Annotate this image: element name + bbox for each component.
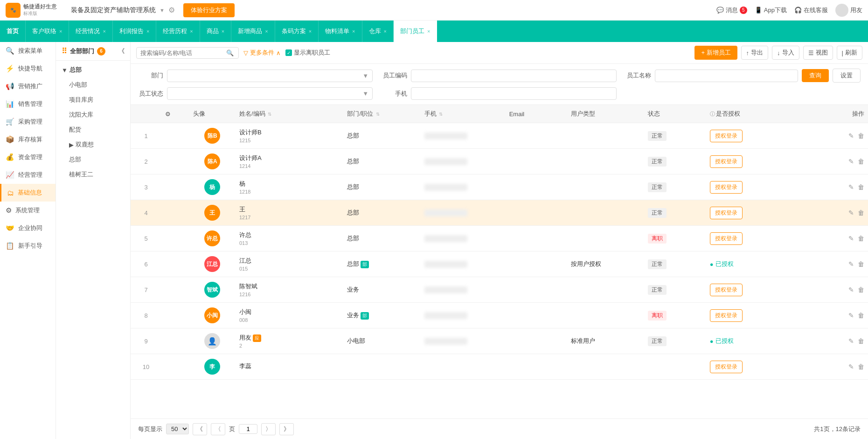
empcode-filter-input[interactable]: [411, 70, 617, 82]
edit-icon[interactable]: ✎: [848, 363, 854, 370]
gear-icon[interactable]: ⚙: [168, 6, 175, 14]
sidebar-item-inventory[interactable]: 📦 库存核算: [0, 131, 56, 148]
delete-icon[interactable]: 🗑: [858, 337, 864, 345]
auth-login-button[interactable]: 授权登录: [710, 309, 743, 322]
delete-icon[interactable]: 🗑: [858, 363, 864, 370]
nav-tab-home[interactable]: 首页: [0, 21, 26, 42]
edit-icon[interactable]: ✎: [848, 312, 854, 319]
edit-icon[interactable]: ✎: [848, 286, 854, 293]
edit-icon[interactable]: ✎: [848, 132, 854, 139]
import-button[interactable]: ↓ 导入: [772, 46, 799, 60]
query-button[interactable]: 查询: [802, 69, 829, 82]
delete-icon[interactable]: 🗑: [858, 286, 864, 293]
last-page-button[interactable]: 》: [279, 423, 294, 435]
print-button[interactable]: | 刷新: [837, 46, 862, 60]
nav-tab-add-goods[interactable]: 新增商品 ×: [231, 21, 275, 42]
nav-tab-operations[interactable]: 经营情况 ×: [69, 21, 112, 42]
delete-icon[interactable]: 🗑: [858, 235, 864, 242]
nav-tab-journey[interactable]: 经营历程 ×: [156, 21, 200, 42]
delete-icon[interactable]: 🗑: [858, 183, 864, 191]
dept-item-zhishu[interactable]: 植树王二: [56, 167, 130, 182]
collapse-icon[interactable]: 《: [118, 47, 125, 56]
edit-icon[interactable]: ✎: [848, 209, 854, 216]
edit-icon[interactable]: ✎: [848, 260, 854, 268]
delete-icon[interactable]: 🗑: [858, 260, 864, 268]
delete-icon[interactable]: 🗑: [858, 132, 864, 139]
edit-icon[interactable]: ✎: [848, 158, 854, 165]
col-name-header[interactable]: 姓名/编码 ⇅: [236, 105, 344, 123]
set-button[interactable]: 设置: [833, 69, 861, 83]
prev-page-button[interactable]: 〈: [211, 423, 225, 435]
first-page-button[interactable]: 《: [193, 423, 207, 435]
col-dept-header[interactable]: 部门/职位 ⇅: [343, 105, 420, 123]
sidebar-item-marketing[interactable]: 📢 营销推广: [0, 77, 56, 95]
search-input-wrap[interactable]: 🔍: [136, 47, 239, 59]
dept-item-shenyang[interactable]: 沈阳大库: [56, 107, 130, 122]
edit-icon[interactable]: ✎: [848, 183, 854, 191]
sidebar-item-search[interactable]: 🔍 搜索菜单: [0, 42, 56, 60]
app-download-item[interactable]: 📱 App下载: [755, 6, 787, 14]
dept-item-zongbu[interactable]: 总部: [56, 152, 130, 167]
message-item[interactable]: 💬 消息 5: [716, 6, 747, 14]
search-input[interactable]: [140, 49, 224, 56]
close-icon[interactable]: ×: [309, 28, 312, 34]
per-page-select[interactable]: 50: [166, 424, 189, 434]
empname-filter-input[interactable]: [655, 70, 798, 82]
sidebar-item-collab[interactable]: 🤝 企业协同: [0, 219, 56, 237]
sidebar-item-nav[interactable]: ⚡ 快捷导航: [0, 60, 56, 77]
auth-login-button[interactable]: 授权登录: [710, 155, 743, 168]
sidebar-item-system[interactable]: ⚙ 系统管理: [0, 202, 56, 219]
edit-icon[interactable]: ✎: [848, 235, 854, 242]
sidebar-item-purchase[interactable]: 🛒 采购管理: [0, 113, 56, 131]
sidebar-item-basic[interactable]: 🗂 基础信息: [0, 184, 56, 202]
dept-item-root[interactable]: ▼ 总部: [56, 63, 130, 77]
sidebar-item-finance[interactable]: 💰 资金管理: [0, 148, 56, 166]
close-icon[interactable]: ×: [384, 28, 387, 34]
auth-login-button[interactable]: 授权登录: [710, 361, 743, 373]
dept-item-xiaodian[interactable]: 小电部: [56, 77, 130, 92]
auth-login-button[interactable]: 授权登录: [710, 181, 743, 194]
sidebar-item-management[interactable]: 📈 经营管理: [0, 166, 56, 184]
dept-item-project[interactable]: 项目库房: [56, 92, 130, 107]
nav-tab-bom[interactable]: 物料清单 ×: [319, 21, 362, 42]
delete-icon[interactable]: 🗑: [858, 312, 864, 319]
close-icon[interactable]: ×: [59, 28, 62, 34]
dept-item-peihuo[interactable]: 配货: [56, 122, 130, 137]
trial-button[interactable]: 体验行业方案: [183, 3, 235, 17]
add-employee-button[interactable]: + 新增员工: [694, 46, 737, 60]
nav-tab-goods[interactable]: 商品 ×: [200, 21, 231, 42]
nav-tab-barcode[interactable]: 条码方案 ×: [275, 21, 319, 42]
close-icon[interactable]: ×: [146, 28, 149, 34]
nav-tab-profit[interactable]: 利润报告 ×: [113, 21, 156, 42]
status-filter-select[interactable]: ▼: [167, 87, 373, 100]
show-resign-checkbox[interactable]: ✓: [285, 49, 292, 56]
close-icon[interactable]: ×: [265, 28, 268, 34]
system-title-dropdown[interactable]: ▼: [160, 7, 165, 13]
sidebar-item-sales[interactable]: 📊 销售管理: [0, 95, 56, 113]
close-icon[interactable]: ×: [427, 28, 430, 34]
dept-item-shuanglu[interactable]: ▶ 双鹿想: [56, 137, 130, 152]
page-number-input[interactable]: [239, 424, 257, 434]
nav-tab-warehouse[interactable]: 仓库 ×: [362, 21, 394, 42]
user-item[interactable]: 用友: [835, 4, 862, 17]
sidebar-item-guide[interactable]: 📋 新手引导: [0, 237, 56, 255]
col-phone-header[interactable]: 手机 ⇅: [421, 105, 506, 123]
next-page-button[interactable]: 〉: [261, 423, 276, 435]
dept-filter-select[interactable]: ▼: [167, 70, 373, 82]
export-button[interactable]: ↑ 导出: [741, 46, 769, 60]
delete-icon[interactable]: 🗑: [858, 209, 864, 216]
auth-login-button[interactable]: 授权登录: [710, 130, 743, 142]
auth-login-button[interactable]: 授权登录: [710, 232, 743, 245]
show-resign-wrap[interactable]: ✓ 显示离职员工: [285, 49, 330, 57]
online-service-item[interactable]: 🎧 在线客服: [794, 6, 828, 14]
nav-tab-employees[interactable]: 部门员工 ×: [394, 21, 437, 42]
edit-icon[interactable]: ✎: [848, 337, 854, 345]
more-filter-btn[interactable]: ▽ 更多条件 ∧: [243, 49, 281, 57]
auth-login-button[interactable]: 授权登录: [710, 207, 743, 219]
close-icon[interactable]: ×: [190, 28, 193, 34]
view-switch-button[interactable]: ☰ 视图: [803, 46, 833, 60]
close-icon[interactable]: ×: [222, 28, 224, 34]
close-icon[interactable]: ×: [103, 28, 105, 34]
col-settings-header[interactable]: ⚙: [161, 105, 189, 123]
phone-filter-input[interactable]: [411, 87, 617, 100]
